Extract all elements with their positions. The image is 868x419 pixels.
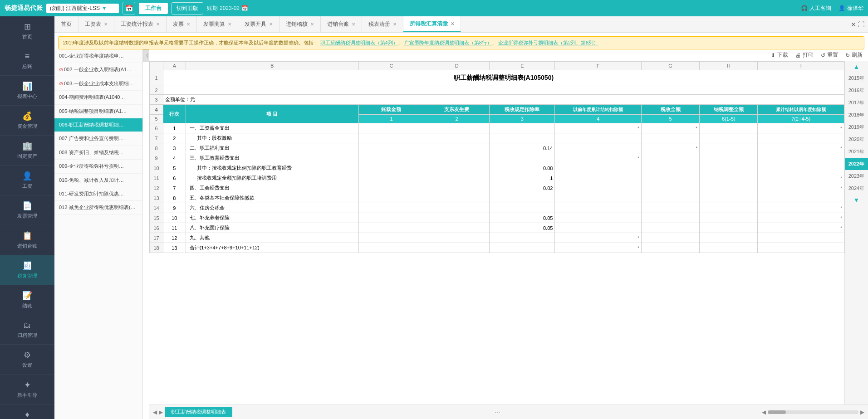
company-selector[interactable]: (勿刪) 江西腿宝-LSS ▼ xyxy=(46,4,119,13)
tab-invoice[interactable]: 发票 ✕ xyxy=(167,16,197,32)
calendar-icon-btn[interactable]: 📅 xyxy=(123,2,135,15)
tab-invoice-calc[interactable]: 发票测算 ✕ xyxy=(197,16,238,32)
header-d: 支东友生费 xyxy=(424,105,490,115)
sidebar-item-ledger[interactable]: ≡ 总账 xyxy=(0,46,54,76)
table-row: 18 13 合计(1+3+4+7+8+9+10+11+12) * xyxy=(150,243,844,253)
warn-link-1[interactable]: 职工薪酬纳税调整明细表（第4列） xyxy=(320,40,398,45)
left-nav-012[interactable]: 012-减免企业所得税优惠明细表(… xyxy=(54,201,142,214)
sheet-nav-left[interactable]: ◀ xyxy=(153,409,157,415)
reset-button[interactable]: ↺ 重置 xyxy=(821,51,838,59)
left-nav-001[interactable]: 001-企业所得税年度纳税申… xyxy=(54,49,142,63)
left-nav-007[interactable]: 007-广告费和业务宣传费明… xyxy=(54,132,142,146)
sheet-nav-right[interactable]: ▶ xyxy=(159,409,163,415)
sidebar-item-purchase-sale[interactable]: 📋 进销台账 xyxy=(0,225,54,255)
warn-link-3[interactable]: 企业所得税弥补亏损明细表（第2列、第8列） xyxy=(498,40,598,45)
year-2017[interactable]: 2017年 xyxy=(845,97,868,109)
header-f: 以前年度累计结转扣除额 xyxy=(555,105,642,115)
left-nav-002[interactable]: ⊘002-一般企业收入明细表(A1… xyxy=(54,63,142,77)
tab-close-tax-clear[interactable]: ✕ xyxy=(393,22,397,27)
sidebar-item-invoice-mgmt[interactable]: 📄 发票管理 xyxy=(0,195,54,225)
year-2023[interactable]: 2023年 xyxy=(845,170,868,182)
sidebar-item-payroll[interactable]: 👤 工资 xyxy=(0,166,54,195)
year-scroll-up[interactable]: ▲ xyxy=(845,61,868,72)
sidebar-item-new-guide[interactable]: ✦ 新手引导 xyxy=(0,375,54,404)
sidebar-label-fixed-assets: 固定资产 xyxy=(17,153,37,160)
left-nav-003[interactable]: ⊘003-一般企业业成本支出明细… xyxy=(54,77,142,91)
app-container: 畅捷通易代账 (勿刪) 江西腿宝-LSS ▼ 📅 工作台 切到旧版 账期 202… xyxy=(0,0,868,419)
year-2022[interactable]: 2022年 xyxy=(845,158,868,170)
sidebar-item-settings[interactable]: ⚙ 设置 xyxy=(0,345,54,375)
sidebar-item-reports[interactable]: 📊 报表中心 xyxy=(0,76,54,106)
bottom-tab-bar: ◀ ▶ 职工薪酬纳税调整明细表 ⋯ ◀ ▶ xyxy=(149,404,868,419)
sidebar-item-member[interactable]: ♦ 畅会员 xyxy=(0,404,54,419)
tab-income-tax[interactable]: 所得税汇算清缴 ✕ xyxy=(403,16,461,32)
year-2016[interactable]: 2016年 xyxy=(845,84,868,97)
reset-icon: ↺ xyxy=(821,52,825,58)
tab-invoice-open[interactable]: 发票开具 ✕ xyxy=(238,16,280,32)
sidebar-item-archive[interactable]: 🗂 归档管理 xyxy=(0,315,54,345)
sidebar-item-assets-mgmt[interactable]: 💰 资金管理 xyxy=(0,106,54,136)
left-nav-008[interactable]: 008-资产折旧、摊销及纳税… xyxy=(54,146,142,160)
print-button[interactable]: 🖨 打印 xyxy=(795,51,814,59)
tab-purchase-ledger[interactable]: 进销台账 ✕ xyxy=(321,16,362,32)
tab-close-all-icon[interactable]: ✕ xyxy=(851,21,856,28)
scroll-right-icon[interactable]: ▶ xyxy=(860,409,864,415)
assets-mgmt-icon: 💰 xyxy=(22,111,32,121)
tab-close-invoice[interactable]: ✕ xyxy=(186,22,190,27)
row-1-num: 1 xyxy=(150,70,163,86)
year-2024[interactable]: 2024年 xyxy=(845,182,868,195)
spreadsheet-scroll[interactable]: A B C D E F G H I xyxy=(149,61,844,404)
tab-close-income-tax[interactable]: ✕ xyxy=(451,21,454,26)
old-version-button[interactable]: 切到旧版 xyxy=(172,2,203,15)
table-row: 6 1 一、工资薪金支出 * * xyxy=(150,123,844,133)
tab-close-invoice-calc[interactable]: ✕ xyxy=(228,22,231,27)
sidebar-item-fixed-assets[interactable]: 🏢 固定资产 xyxy=(0,136,54,166)
tab-close-purchase-verify[interactable]: ✕ xyxy=(310,22,314,27)
tab-close-payroll-stat[interactable]: ✕ xyxy=(156,22,160,27)
year-2015[interactable]: 2015年 xyxy=(845,72,868,84)
tab-purchase-verify[interactable]: 进销稽核 ✕ xyxy=(280,16,321,32)
tab-home[interactable]: 首页 xyxy=(54,16,78,32)
support-link[interactable]: 🎧 人工客询 xyxy=(801,5,831,12)
refresh-button[interactable]: ↻ 刷新 xyxy=(845,51,863,59)
sheet-tab-active[interactable]: 职工薪酬纳税调整明细表 xyxy=(165,407,232,417)
left-nav-011[interactable]: 011-研发费用加计扣除优惠… xyxy=(54,187,142,201)
sidebar-label-reports: 报表中心 xyxy=(17,93,37,100)
left-nav-009[interactable]: 009-企业所得税弥补亏损明… xyxy=(54,160,142,173)
left-nav-006[interactable]: 006-职工薪酬纳税调整明细… xyxy=(54,118,142,132)
collapse-panel-btn[interactable]: 《 xyxy=(143,49,149,62)
horizontal-scrollbar[interactable] xyxy=(768,410,858,414)
work-bench-button[interactable]: 工作台 xyxy=(139,3,168,14)
sidebar-item-tax-mgmt[interactable]: 🧾 税务管理 xyxy=(0,255,54,285)
left-nav-005[interactable]: 005-纳税调整项目明细表(A1… xyxy=(54,105,142,118)
year-2019[interactable]: 2019年 xyxy=(845,121,868,133)
tab-tax-clear[interactable]: 税表清册 ✕ xyxy=(362,16,403,32)
table-row: 9 4 三、职工教育经费支出 * xyxy=(150,153,844,163)
download-button[interactable]: ⬇ 下载 xyxy=(771,51,788,59)
year-2021[interactable]: 2021年 xyxy=(845,146,868,158)
content-area: 首页 工资表 ✕ 工资统计报表 ✕ 发票 ✕ 发票测算 ✕ xyxy=(54,16,868,419)
col-H-header: H xyxy=(700,62,758,70)
tab-close-purchase-ledger[interactable]: ✕ xyxy=(352,22,355,27)
sidebar-item-settlement[interactable]: 📝 结账 xyxy=(0,285,54,315)
warn-link-2[interactable]: 广宣墨降年度纳税调整明细表（第8行） xyxy=(404,40,492,45)
tab-payroll-stat[interactable]: 工资统计报表 ✕ xyxy=(114,16,167,32)
tab-close-payroll[interactable]: ✕ xyxy=(104,22,108,27)
period-calendar-icon[interactable]: 📅 xyxy=(241,5,248,11)
tab-maximize-icon[interactable]: ⛶ xyxy=(858,21,864,28)
tab-close-invoice-open[interactable]: ✕ xyxy=(269,22,273,27)
left-nav-010[interactable]: 010-免税、减计收入及加计… xyxy=(54,174,142,187)
year-scroll-down[interactable]: ▼ xyxy=(845,195,868,205)
sidebar-item-home[interactable]: ⊞ 首页 xyxy=(0,16,54,46)
scroll-left-icon[interactable]: ◀ xyxy=(762,409,766,415)
tab-payroll[interactable]: 工资表 ✕ xyxy=(78,16,114,32)
table-row: 13 8 五、各类基本社会保障性缴款 xyxy=(150,193,844,203)
left-nav-004[interactable]: 004-期间费用明细表(A1040… xyxy=(54,91,142,104)
home-icon: ⊞ xyxy=(24,22,31,32)
year-2018[interactable]: 2018年 xyxy=(845,109,868,121)
year-2020[interactable]: 2020年 xyxy=(845,133,868,146)
split-view: 001-企业所得税年度纳税申… ⊘002-一般企业收入明细表(A1… ⊘003-… xyxy=(54,49,868,419)
company-name: (勿刪) 江西腿宝-LSS xyxy=(50,5,100,12)
sheet-options-icon[interactable]: ⋯ xyxy=(495,409,500,415)
user-profile[interactable]: 👤 徐泽华 xyxy=(839,5,863,12)
